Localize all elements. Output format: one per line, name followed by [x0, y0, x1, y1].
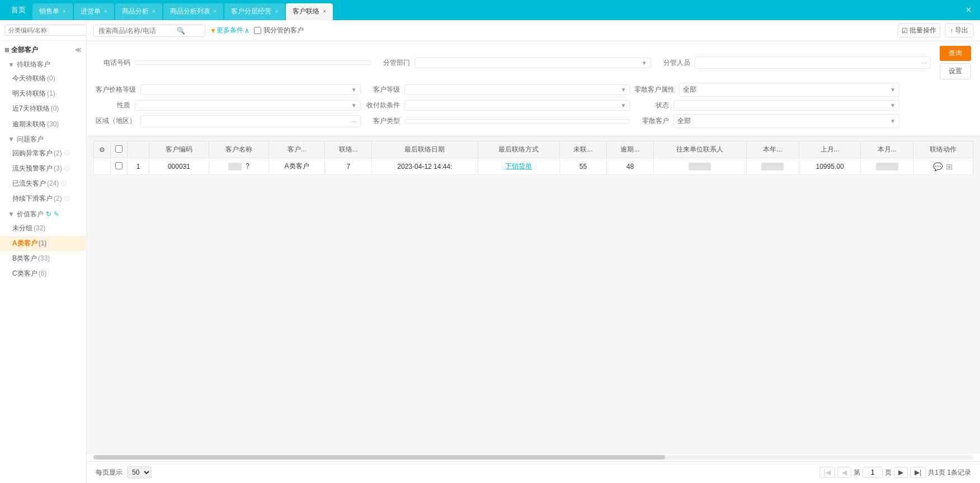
chat-action-icon[interactable]: 💬 — [933, 162, 943, 171]
nav-tab-customer-contact[interactable]: 客户联络 × — [286, 3, 333, 20]
col-overdue[interactable]: 逾期... — [606, 141, 653, 158]
first-page-btn[interactable]: |◀ — [819, 467, 835, 478]
manager-dots[interactable]: ··· — [921, 59, 927, 67]
sidebar-search-input[interactable] — [4, 25, 87, 36]
col-checkbox[interactable] — [111, 141, 128, 158]
filter-payment: 收付款条件 ▼ — [365, 100, 630, 111]
customer-level-select[interactable]: ▼ — [404, 84, 630, 95]
col-no-contact[interactable]: 未联... — [560, 141, 607, 158]
sidebar-group-problem[interactable]: ▼ 问题客户 — [0, 132, 86, 146]
last-page-btn[interactable]: ▶| — [910, 467, 926, 478]
export-icon: ↑ — [950, 27, 953, 35]
sidebar-item-repurchase-abnormal[interactable]: 回购异常客户 (2) ⓘ — [0, 146, 86, 161]
sidebar-item-overdue[interactable]: 逾期未联络 (30) — [0, 117, 86, 132]
filter-row-2: 客户价格等级 ▼ 客户等级 ▼ 零散客户属性 全部 — [96, 83, 971, 97]
sidebar-group-value[interactable]: ▼ 价值客户 ↻ ✎ — [0, 207, 86, 221]
page-input[interactable] — [863, 467, 883, 478]
sidebar-all-customers-header[interactable]: ⊞ 全部客户 ≪ — [0, 41, 86, 57]
nature-select[interactable]: ▼ — [135, 100, 361, 111]
nav-tab-analysis-list[interactable]: 商品分析列表 × — [163, 3, 224, 20]
col-this-year[interactable]: 本年... — [747, 141, 799, 158]
close-tab-sales[interactable]: × — [63, 8, 66, 15]
filter-phone: 电话号码 — [96, 58, 371, 68]
col-action: 联络动作 — [913, 141, 973, 158]
row-customer-type: A类客户 — [268, 158, 324, 175]
col-last-contact-date[interactable]: 最后联络日期 — [372, 141, 478, 158]
close-tab-purchase[interactable]: × — [104, 8, 107, 15]
filter-search-icon[interactable]: 🔍 — [177, 27, 185, 35]
query-button[interactable]: 查询 — [940, 46, 971, 61]
select-all-checkbox[interactable] — [115, 145, 123, 153]
my-customers-checkbox[interactable] — [254, 27, 261, 34]
region-input[interactable]: ··· — [140, 115, 361, 127]
nav-tab-analysis[interactable]: 商品分析 × — [115, 3, 162, 20]
nav-tab-customer-tier[interactable]: 客户分层经营 × — [224, 3, 285, 20]
total-text: 共1页 1条记录 — [928, 468, 971, 477]
grid-icon: ⊞ — [4, 47, 9, 53]
nav-home[interactable]: 首页 — [4, 0, 32, 20]
close-tab-customer-tier[interactable]: × — [275, 8, 278, 15]
my-customers-filter[interactable]: 我分管的客户 — [254, 26, 304, 35]
col-contacts[interactable]: 联络... — [325, 141, 372, 158]
sidebar-item-c-class[interactable]: C类客户 (6) — [0, 266, 86, 281]
sidebar-item-churn-warning[interactable]: 流失预警客户 (3) ⓘ — [0, 161, 86, 176]
nav-tab-sales[interactable]: 销售单 × — [32, 3, 73, 20]
sidebar-item-churned[interactable]: 已流失客户 (24) ⓘ — [0, 176, 86, 191]
next-page-btn[interactable]: ▶ — [894, 467, 908, 478]
retail-customer-select[interactable]: 全部 ▼ — [673, 114, 899, 128]
grid-action-icon[interactable]: ⊞ — [946, 162, 953, 171]
export-btn[interactable]: ↑ 导出 — [945, 23, 973, 37]
col-customer-type[interactable]: 客户... — [268, 141, 324, 158]
col-last-month[interactable]: 上月... — [799, 141, 860, 158]
close-all-tabs[interactable]: × — [962, 5, 976, 15]
col-name[interactable]: 客户名称 — [209, 141, 268, 158]
col-unit-contact[interactable]: 往来单位联系人 — [653, 141, 746, 158]
batch-ops-btn[interactable]: ☑ 批量操作 — [898, 23, 940, 37]
row-code: 000031 — [149, 158, 209, 175]
sidebar-item-declining[interactable]: 持续下滑客户 (2) ⓘ — [0, 191, 86, 206]
filter-more-btn[interactable]: ▼ 更多条件 ∧ — [210, 26, 249, 35]
h-scrollbar-track[interactable] — [93, 455, 973, 460]
row-checkbox-cell[interactable] — [111, 158, 128, 175]
top-nav: 首页 销售单 × 进货单 × 商品分析 × 商品分析列表 × 客户分层经营 × … — [0, 0, 980, 20]
per-page-select[interactable]: 50 — [127, 466, 152, 479]
sidebar-item-today[interactable]: 今天待联络 (0) — [0, 71, 86, 86]
refresh-icon[interactable]: ↻ — [46, 210, 51, 218]
retail-attr-select[interactable]: 全部 ▼ — [679, 83, 899, 97]
sidebar-item-7days[interactable]: 近7天待联络 (0) — [0, 101, 86, 116]
payment-select[interactable]: ▼ — [404, 100, 630, 111]
region-dots[interactable]: ··· — [351, 117, 357, 125]
filter-search-box[interactable]: 🔍 — [93, 25, 205, 37]
col-this-month[interactable]: 本月... — [861, 141, 913, 158]
status-select[interactable]: ▼ — [673, 100, 899, 111]
close-tab-customer-contact[interactable]: × — [323, 8, 326, 15]
close-tab-analysis-list[interactable]: × — [214, 8, 217, 15]
h-scrollbar-thumb[interactable] — [93, 455, 665, 460]
filter-nature: 性质 ▼ — [96, 100, 361, 111]
prev-page-btn[interactable]: ◀ — [837, 467, 851, 478]
col-last-contact-method[interactable]: 最后联络方式 — [478, 141, 559, 158]
edit-icon[interactable]: ✎ — [54, 210, 59, 218]
price-level-select[interactable]: ▼ — [140, 84, 361, 95]
col-settings[interactable]: ⚙ — [94, 141, 111, 158]
filter-search-input[interactable] — [98, 27, 177, 35]
sidebar-group-pending[interactable]: ▼ 待联络客户 — [0, 57, 86, 71]
top-right-actions: ☑ 批量操作 ↑ 导出 — [898, 23, 973, 37]
customer-type-input[interactable] — [404, 119, 630, 124]
row-checkbox[interactable] — [115, 162, 123, 169]
sidebar-item-b-class[interactable]: B类客户 (33) — [0, 251, 86, 266]
manager-input[interactable]: ··· — [695, 56, 931, 69]
checkbox-icon: ☑ — [902, 27, 908, 35]
col-resize[interactable] — [206, 141, 209, 158]
row-last-contact-method[interactable]: 下销货单 — [478, 158, 559, 175]
sidebar-item-tomorrow[interactable]: 明天待联络 (1) — [0, 86, 86, 101]
dept-select[interactable]: ▼ — [414, 58, 651, 68]
close-tab-analysis[interactable]: × — [152, 8, 156, 15]
nav-tab-purchase[interactable]: 进货单 × — [74, 3, 114, 20]
sidebar-item-unclassified[interactable]: 未分组 (32) — [0, 221, 86, 236]
phone-input[interactable] — [135, 60, 371, 65]
collapse-icon[interactable]: ≪ — [75, 46, 82, 54]
col-code[interactable]: 客户编码 — [149, 141, 209, 158]
sidebar-item-a-class[interactable]: A类客户 (1) — [0, 236, 86, 251]
settings-action-button[interactable]: 设置 — [940, 63, 971, 79]
